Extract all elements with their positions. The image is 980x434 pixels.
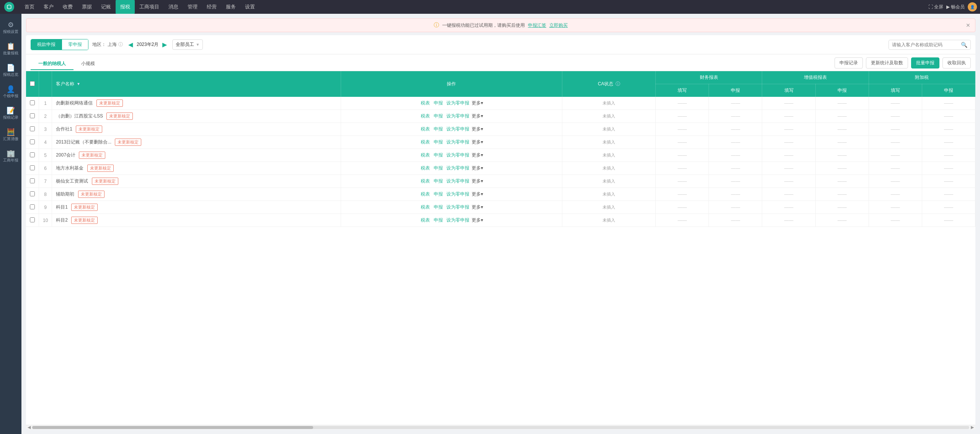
batch-declare-button[interactable]: 批量申报 (911, 57, 939, 69)
scroll-thumb[interactable] (32, 426, 313, 429)
tab-zero-declare[interactable]: 零申报 (62, 39, 88, 50)
nav-accounting[interactable]: 记账 (96, 0, 116, 14)
select-all-checkbox[interactable] (30, 81, 35, 86)
op-more[interactable]: 更多▾ (472, 152, 483, 158)
collect-back-button[interactable]: 收取回执 (942, 57, 971, 69)
row-checkbox[interactable] (30, 126, 35, 131)
nav-tax[interactable]: 报税 (116, 0, 135, 14)
sidebar-item-label-tax-overview: 报税总览 (3, 72, 18, 77)
op-tax-table[interactable]: 税表 (421, 204, 430, 210)
sub-tab-general[interactable]: 一般的纳税人 (31, 58, 74, 70)
op-declare[interactable]: 申报 (434, 126, 443, 132)
nav-billing[interactable]: 收费 (58, 0, 77, 14)
op-declare[interactable]: 申报 (434, 152, 443, 158)
op-declare[interactable]: 申报 (434, 217, 443, 223)
op-tax-table[interactable]: 税表 (421, 113, 430, 119)
op-tax-table[interactable]: 税表 (421, 126, 430, 132)
op-more[interactable]: 更多▾ (472, 217, 483, 223)
declare-record-button[interactable]: 申报记录 (835, 57, 863, 69)
row-checkbox[interactable] (30, 152, 35, 157)
nav-service[interactable]: 服务 (221, 0, 240, 14)
nav-client[interactable]: 客户 (39, 0, 58, 14)
sidebar-item-batch-tax[interactable]: 📋 批量报税 (0, 38, 21, 60)
search-input[interactable] (889, 41, 958, 49)
row-f6: —— (922, 110, 975, 123)
op-more[interactable]: 更多▾ (472, 165, 483, 171)
op-more[interactable]: 更多▾ (472, 113, 483, 119)
row-checkbox[interactable] (30, 165, 35, 170)
date-prev-button[interactable]: ◀ (127, 42, 134, 48)
sidebar-item-tax-record[interactable]: 📝 报税记录 (0, 103, 21, 124)
sidebar-item-annual-calc[interactable]: 🧮 汇算清缴 (0, 124, 21, 145)
op-declare[interactable]: 申报 (434, 165, 443, 171)
sidebar-item-tax-overview[interactable]: 📄 报税总览 (0, 60, 21, 81)
horizontal-scrollbar[interactable]: ◀ ▶ (26, 425, 975, 429)
op-tax-table[interactable]: 税表 (421, 139, 430, 145)
sidebar-item-personal-tax[interactable]: 👤 个税申报 (0, 81, 21, 103)
op-zero-declare[interactable]: 设为零申报 (446, 100, 469, 106)
notice-close-button[interactable]: ✕ (966, 22, 970, 28)
op-tax-table[interactable]: 税表 (421, 191, 430, 197)
nav-business[interactable]: 工商项目 (135, 0, 164, 14)
op-tax-table[interactable]: 税表 (421, 100, 430, 106)
tab-tax-declare[interactable]: 税款申报 (31, 39, 62, 50)
op-zero-declare[interactable]: 设为零申报 (446, 113, 469, 119)
nav-manage[interactable]: 管理 (183, 0, 202, 14)
op-declare[interactable]: 申报 (434, 100, 443, 106)
region-info-icon[interactable]: ⓘ (118, 41, 123, 48)
nav-operation[interactable]: 经营 (202, 0, 221, 14)
op-declare[interactable]: 申报 (434, 139, 443, 145)
op-tax-table[interactable]: 税表 (421, 152, 430, 158)
op-zero-declare[interactable]: 设为零申报 (446, 217, 469, 223)
op-tax-table[interactable]: 税表 (421, 178, 430, 184)
nav-message[interactable]: 消息 (164, 0, 183, 14)
op-more[interactable]: 更多▾ (472, 178, 483, 184)
staff-selector[interactable]: 全部员工 ▼ (172, 39, 203, 50)
sidebar-item-tax-settings[interactable]: ⚙ 报税设置 (0, 17, 21, 38)
op-more[interactable]: 更多▾ (472, 126, 483, 132)
nav-invoice[interactable]: 票据 (77, 0, 96, 14)
row-checkbox[interactable] (30, 204, 35, 209)
op-declare[interactable]: 申报 (434, 178, 443, 184)
sort-icon[interactable]: ▾ (77, 81, 80, 86)
op-declare[interactable]: 申报 (434, 191, 443, 197)
row-checkbox[interactable] (30, 113, 35, 118)
nav-settings[interactable]: 设置 (240, 0, 260, 14)
notice-link-submit[interactable]: 申报汇签 (528, 22, 546, 29)
op-zero-declare[interactable]: 设为零申报 (446, 139, 469, 145)
row-checkbox-cell (26, 162, 39, 175)
row-checkbox[interactable] (30, 217, 35, 222)
op-zero-declare[interactable]: 设为零申报 (446, 204, 469, 210)
update-stats-button[interactable]: 更新统计及取数 (866, 57, 908, 69)
date-next-button[interactable]: ▶ (161, 42, 168, 48)
op-zero-declare[interactable]: 设为零申报 (446, 191, 469, 197)
date-display: 2023年2月 (137, 41, 158, 48)
op-declare[interactable]: 申报 (434, 204, 443, 210)
row-checkbox[interactable] (30, 178, 35, 183)
notice-link-buy[interactable]: 立即购买 (549, 22, 568, 29)
sub-tab-small[interactable]: 小规模 (74, 58, 103, 70)
row-checkbox[interactable] (30, 191, 35, 196)
op-zero-declare[interactable]: 设为零申报 (446, 152, 469, 158)
row-client-name: 辅助期初 未更新核定 (52, 188, 341, 201)
row-checkbox[interactable] (30, 100, 35, 105)
op-tax-table[interactable]: 税表 (421, 217, 430, 223)
op-more[interactable]: 更多▾ (472, 191, 483, 197)
fullscreen-button[interactable]: ⛶ 全屏 (928, 4, 943, 10)
op-tax-table[interactable]: 税表 (421, 165, 430, 171)
sidebar-item-annual-report[interactable]: 🏢 工商年报 (0, 145, 21, 167)
scroll-right-arrow[interactable]: ▶ (971, 425, 974, 429)
vip-button[interactable]: ▶ 畅会员 (946, 4, 965, 10)
search-button[interactable]: 🔍 (958, 40, 970, 49)
row-checkbox[interactable] (30, 139, 35, 144)
avatar[interactable]: 👤 (968, 2, 977, 11)
op-more[interactable]: 更多▾ (472, 100, 483, 106)
nav-home[interactable]: 首页 (20, 0, 39, 14)
op-zero-declare[interactable]: 设为零申报 (446, 165, 469, 171)
op-declare[interactable]: 申报 (434, 113, 443, 119)
op-more[interactable]: 更多▾ (472, 139, 483, 145)
scroll-left-arrow[interactable]: ◀ (28, 425, 31, 429)
op-more[interactable]: 更多▾ (472, 204, 483, 210)
op-zero-declare[interactable]: 设为零申报 (446, 178, 469, 184)
op-zero-declare[interactable]: 设为零申报 (446, 126, 469, 132)
